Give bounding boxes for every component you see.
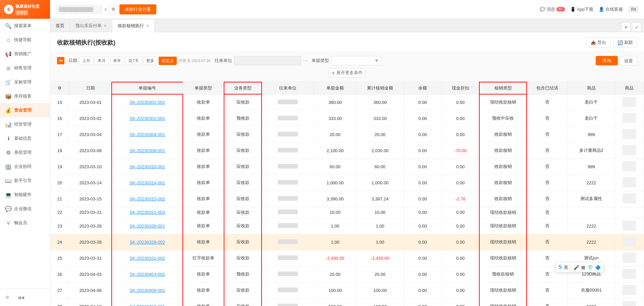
sidebar-item-system[interactable]: ⚙ 系统管理 xyxy=(0,145,50,160)
sidebar-item-finance[interactable]: 💰 资金管理 xyxy=(0,103,50,117)
collapse-icon: ◀◀ xyxy=(17,295,24,300)
tab-home[interactable]: 首页 xyxy=(50,20,70,32)
sidebar-item-wechat[interactable]: 💬 企业微信 xyxy=(0,202,50,216)
code-link[interactable]: SK-20230315-002 xyxy=(129,196,165,201)
cell-goods2 xyxy=(615,266,644,282)
code-link[interactable]: SK-20230408-001 xyxy=(129,288,165,293)
refresh-button[interactable]: 🔄 刷新 xyxy=(613,38,637,48)
cell-num: 18 xyxy=(50,142,69,159)
cell-num: 22 xyxy=(50,207,69,218)
app-download-btn[interactable]: 📱 App下载 xyxy=(570,6,593,12)
cell-discount: 0.00 xyxy=(441,110,479,126)
this-year-btn[interactable]: 本年 xyxy=(110,57,124,65)
cell-num: 20 xyxy=(50,175,69,191)
cell-code: SK-20230308-001 xyxy=(112,142,183,159)
partner-more-btn[interactable]: ··· xyxy=(303,58,308,64)
tab-close-prepay[interactable]: ✕ xyxy=(104,24,107,28)
cell-discount: 0.00 xyxy=(441,282,479,298)
query-button[interactable]: 查询 xyxy=(596,56,618,65)
cell-goods2 xyxy=(615,142,644,159)
partner-input[interactable] xyxy=(234,56,301,65)
sidebar-item-purchase[interactable]: 🛒 采购管理 xyxy=(0,75,50,89)
cell-partner xyxy=(262,175,314,191)
topbar-settings-btn[interactable]: ⚙ xyxy=(109,5,118,14)
messages-btn[interactable]: 💬 消息 99+ xyxy=(540,6,565,12)
sidebar-settings-btn[interactable]: ⚙ ◀◀ xyxy=(0,292,50,303)
col-header-bill-type: 单据类型 xyxy=(183,82,224,94)
cell-incl-settled: 否 xyxy=(527,234,568,250)
export-button[interactable]: 📤 导出 xyxy=(586,38,610,48)
cell-acc-amount: 60.00 xyxy=(357,159,404,175)
cell-goods2 xyxy=(615,298,644,306)
code-link[interactable]: SK-20230308-001 xyxy=(129,148,165,153)
more-btn[interactable]: 更多 xyxy=(143,57,157,65)
cell-goods2 xyxy=(615,175,644,191)
tab-prepay[interactable]: 预出库应付单 ✕ xyxy=(70,20,112,32)
settings-gear-icon[interactable]: ⚙ xyxy=(58,85,62,90)
code-link[interactable]: SK-20230331-002 xyxy=(129,256,165,261)
sidebar-item-basic[interactable]: ℹ 基础信息 xyxy=(0,131,50,145)
tab-close-receipt[interactable]: ✕ xyxy=(146,24,149,28)
mic-icon[interactable]: 🎤 xyxy=(574,265,579,270)
filter-settings-button[interactable]: 设置 xyxy=(620,56,637,65)
expand-filter-btn[interactable]: ∨ 展开更多条件 xyxy=(329,68,366,77)
cell-cancel-type: 收款核销 xyxy=(479,159,527,175)
tab-expand-btn[interactable]: ⤢ xyxy=(632,22,641,32)
table-row: 20 2023-03-14 SK-20230314-001 收款单 应收款 1,… xyxy=(50,175,644,191)
sidebar-item-sales[interactable]: ◎ 销售管理 xyxy=(0,61,50,75)
sidebar-item-enterprise[interactable]: 🏢 企业协同 xyxy=(0,160,50,174)
sidebar-item-quick[interactable]: ⌂ 快捷导航 xyxy=(0,33,50,47)
code-link[interactable]: SK-20230403-002 xyxy=(129,272,165,277)
this-month-btn[interactable]: 本月 xyxy=(95,57,109,65)
last-7-btn[interactable]: 近7天 xyxy=(125,57,142,65)
sidebar-item-hardware[interactable]: 💻 智能硬件 xyxy=(0,188,50,202)
cell-cancel-type: 现结收款核销 xyxy=(479,234,527,250)
code-link[interactable]: SK-20230302-002 xyxy=(129,116,165,121)
s-logo-icon: S xyxy=(558,264,562,271)
code-link[interactable]: SK-20230321-003 xyxy=(129,210,165,215)
guide-icon: 📖 xyxy=(5,178,11,184)
expand-row: ∨ 展开更多条件 xyxy=(57,68,637,77)
cell-partner xyxy=(262,250,314,266)
receipt-type-select[interactable] xyxy=(331,56,381,65)
code-link[interactable]: SK-20230328-001 xyxy=(129,224,165,229)
cell-amount: 1.00 xyxy=(314,234,357,250)
tab-receipt[interactable]: 收款核销执行 ✕ xyxy=(112,20,155,32)
sidebar-item-inventory[interactable]: 📦 库存核算 xyxy=(0,89,50,103)
col-header-goods2: 商品 xyxy=(615,82,644,94)
blocks-icon[interactable]: 🔷 xyxy=(595,265,601,270)
sidebar-item-search[interactable]: 🔍 搜索菜单 xyxy=(0,19,50,33)
code-link[interactable]: SK-20230418-001 xyxy=(129,304,165,306)
tab-close-all-btn[interactable]: ✕ xyxy=(621,22,631,32)
topbar: ████████████ ∨ ⚙ 体验行业方案 💬 消息 99+ 📱 App下载… xyxy=(50,0,644,19)
cell-date: 2023-03-31 xyxy=(69,250,112,266)
shirt-icon[interactable]: 👕 xyxy=(587,265,593,270)
code-link[interactable]: SK-20230328-002 xyxy=(129,240,165,245)
cell-goods: 老白干 xyxy=(568,110,615,126)
cell-amount: 1.00 xyxy=(314,218,357,234)
online-service-btn[interactable]: 👤 在线客服 xyxy=(599,6,623,12)
custom-btn[interactable]: 自定义 xyxy=(159,57,177,65)
user-menu-btn[interactable]: Rit xyxy=(628,6,639,13)
solution-button[interactable]: 体验行业方案 xyxy=(119,4,156,14)
cell-incl-settled: 否 xyxy=(527,110,568,126)
filter-collapse-btn[interactable]: ≫ xyxy=(57,57,64,64)
last-month-btn[interactable]: 上月 xyxy=(79,57,93,65)
sidebar-item-marketing[interactable]: 📢 营销推广 xyxy=(0,47,50,61)
col-header-code: 单据编号 xyxy=(112,82,183,94)
sidebar-item-guide[interactable]: 📖 新手引导 xyxy=(0,174,50,188)
inventory-icon: 📦 xyxy=(5,93,11,99)
code-link[interactable]: SK-20230304-001 xyxy=(129,132,165,137)
sidebar-item-operation[interactable]: 📊 经营管理 xyxy=(0,117,50,131)
code-link[interactable]: SK-20230310-001 xyxy=(129,164,165,169)
code-link[interactable]: SK-20230314-001 xyxy=(129,180,165,185)
cell-partner xyxy=(262,266,314,282)
code-link[interactable]: SK-20230301-002 xyxy=(129,100,165,105)
cell-num: 23 xyxy=(50,218,69,234)
grid-icon[interactable]: ⊞ xyxy=(581,265,585,270)
sidebar-item-member[interactable]: V 畅会员 xyxy=(0,216,50,230)
cell-incl-settled: 否 xyxy=(527,94,568,110)
cell-code: SK-20230321-003 xyxy=(112,207,183,218)
table-row: 25 2023-03-31 SK-20230331-002 红字收款单 应收款 … xyxy=(50,250,644,266)
cell-date: 2023-04-08 xyxy=(69,282,112,298)
